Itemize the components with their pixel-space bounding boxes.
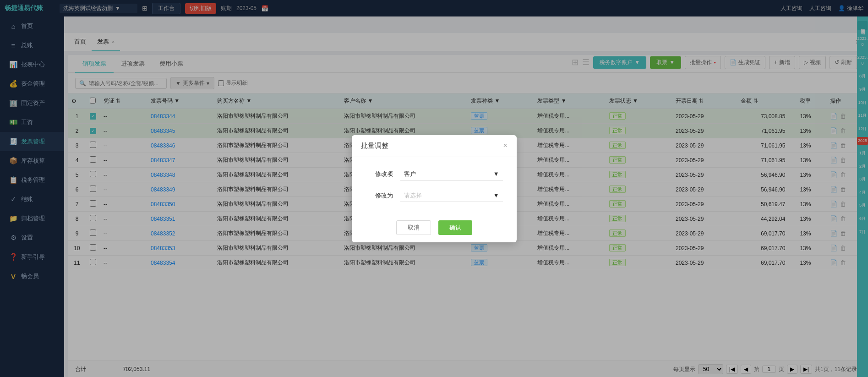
- modal-close-button[interactable]: ×: [503, 142, 507, 150]
- modify-to-dropdown-icon: ▼: [493, 192, 499, 199]
- modal-cancel-button[interactable]: 取消: [396, 220, 431, 235]
- batch-adjust-modal: 批量调整 × 修改项 客户 ▼ 修改为 请选择 ▼ 取消 确认: [352, 135, 517, 242]
- modify-field-value: 客户: [404, 170, 416, 178]
- modal-footer: 取消 确认: [352, 213, 517, 242]
- modal-overlay: 批量调整 × 修改项 客户 ▼ 修改为 请选择 ▼ 取消 确认: [0, 0, 868, 377]
- modify-field-dropdown-icon: ▼: [493, 170, 499, 177]
- modify-field-label: 修改项: [366, 170, 393, 178]
- modify-field-row: 修改项 客户 ▼: [366, 168, 503, 180]
- modal-title: 批量调整: [361, 142, 388, 150]
- modify-to-placeholder: 请选择: [404, 191, 422, 200]
- modal-body: 修改项 客户 ▼ 修改为 请选择 ▼: [352, 157, 517, 213]
- modal-header: 批量调整 ×: [352, 135, 517, 157]
- modify-to-select[interactable]: 请选择 ▼: [400, 190, 503, 202]
- modify-to-row: 修改为 请选择 ▼: [366, 190, 503, 202]
- modal-confirm-button[interactable]: 确认: [438, 220, 472, 235]
- modify-to-label: 修改为: [366, 191, 393, 200]
- modify-field-select[interactable]: 客户 ▼: [400, 168, 503, 180]
